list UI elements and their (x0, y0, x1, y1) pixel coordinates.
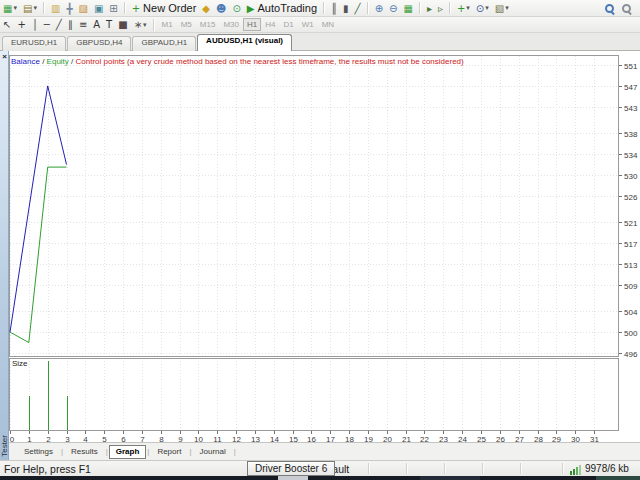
timeframe-buttons: M1M5M15M30H1H4D1W1MN (158, 17, 339, 32)
timeframe-h1-button[interactable]: H1 (243, 18, 261, 31)
connection-bars-icon (570, 465, 582, 475)
toolbar-separator (124, 2, 126, 14)
taskbar-segment (420, 476, 480, 480)
autotrading-button[interactable]: ▶AutoTrading (245, 1, 319, 16)
svg-text:513: 513 (624, 261, 638, 270)
arrows-button[interactable]: ∗▾ (132, 17, 149, 32)
tile-windows-button[interactable]: ▦ (401, 1, 414, 16)
new-order-button[interactable]: +New Order (130, 1, 199, 16)
navigator-button[interactable]: ▨ (76, 1, 89, 16)
tab-divider: | (189, 447, 191, 456)
toolbar-group: ║▮╱ (328, 1, 364, 16)
series-equity (10, 167, 67, 342)
templates-button[interactable]: ▧▾ (493, 1, 511, 16)
timeframe-m30-button[interactable]: M30 (219, 18, 243, 31)
data-rate-text: 9978/6 kb (585, 462, 629, 475)
legend-balance-label: Balance (11, 57, 40, 66)
profiles-button[interactable]: ▤▾ (21, 1, 39, 16)
axis-labels: 5515475435385345305265215175135095045004… (10, 62, 638, 445)
fibonacci-button[interactable]: ≡ (77, 17, 89, 32)
svg-text:551: 551 (624, 62, 638, 71)
trendline-button[interactable]: ╱ (54, 17, 64, 32)
tester-tab-journal[interactable]: Journal (192, 445, 232, 459)
cursor-icon: ↖ (3, 18, 11, 31)
zoom-in-icon: ⊕ (375, 2, 383, 15)
text-label-button[interactable]: T (104, 17, 114, 32)
series-balance (10, 86, 67, 332)
community-search-button[interactable] (619, 1, 634, 16)
globe-button[interactable]: ⊙ (230, 1, 242, 16)
taskbar-sliver (0, 476, 640, 480)
auto-scroll-icon: ▸ (427, 2, 432, 15)
fibonacci-icon: ≡ (79, 18, 87, 31)
drawing-toolbar: ↖+│─╱∥≡AT■∗▾ M1M5M15M30H1H4D1W1MN (0, 17, 640, 33)
tester-tab-report[interactable]: Report (150, 445, 188, 459)
timeframe-m5-button[interactable]: M5 (177, 18, 196, 31)
bar-chart-icon: ║ (331, 2, 337, 15)
connection-bar (573, 469, 575, 475)
metaeditor-button[interactable]: ◆ (200, 1, 212, 16)
chart-tab-eurusd[interactable]: EURUSD,H1 (2, 36, 66, 51)
chart-tab-gbpusd[interactable]: GBPUSD,H4 (67, 36, 131, 51)
zoom-in-button[interactable]: ⊕ (373, 1, 385, 16)
driver-booster-button[interactable]: Driver Booster 6 (247, 461, 335, 476)
templates-icon: ▧ (495, 2, 504, 15)
svg-text:496: 496 (624, 350, 638, 359)
bar-chart-button[interactable]: ║ (329, 1, 339, 16)
svg-text:534: 534 (624, 151, 638, 160)
chart-legend: Balance / Equity / Control points (a ver… (11, 57, 464, 66)
terminal-button[interactable]: ▣ (92, 1, 105, 16)
tab-divider: | (61, 447, 63, 456)
svg-text:526: 526 (624, 193, 638, 202)
toolbar-separator (43, 2, 45, 14)
close-icon[interactable]: × (0, 52, 9, 61)
indicators-icon: + (457, 2, 465, 15)
timeframe-d1-button[interactable]: D1 (279, 18, 297, 31)
horizontal-line-button[interactable]: ─ (42, 17, 52, 32)
search-button[interactable] (602, 1, 617, 16)
vertical-line-button[interactable]: │ (30, 17, 40, 32)
drawing-tools: ↖+│─╱∥≡AT■∗▾ (0, 17, 150, 32)
chart-shift-button[interactable]: ▹ (436, 1, 445, 16)
tester-tab-results[interactable]: Results (64, 445, 105, 459)
shapes-button[interactable]: ■ (116, 17, 129, 32)
legend-note: Control points (a very crude method base… (76, 57, 464, 66)
chart-tab-gbpaud[interactable]: GBPAUD,H1 (132, 36, 196, 51)
indicators-button[interactable]: +▾ (455, 1, 472, 16)
standard-toolbar-groups: ▦▾▤▾▥╋▨▣⊞+New Order◆☻⊙▶AutoTrading║▮╱⊕⊖▦… (0, 0, 512, 16)
mt4-window: ▦▾▤▾▥╋▨▣⊞+New Order◆☻⊙▶AutoTrading║▮╱⊕⊖▦… (0, 0, 640, 480)
horizontal-line-icon: ─ (44, 18, 50, 31)
vertical-line-icon: │ (32, 18, 38, 31)
timeframe-w1-button[interactable]: W1 (298, 18, 318, 31)
strategy-tester-button[interactable]: ⊞ (107, 1, 119, 16)
timeframe-m1-button[interactable]: M1 (158, 18, 177, 31)
line-chart-button[interactable]: ╱ (353, 1, 363, 16)
tester-tab-graph[interactable]: Graph (109, 445, 147, 459)
tab-divider: | (106, 447, 108, 456)
timeframe-m15-button[interactable]: M15 (196, 18, 220, 31)
text-button[interactable]: A (91, 17, 102, 32)
connection-bar (576, 467, 578, 475)
grid-lines (10, 56, 618, 430)
chevron-down-icon: ▾ (13, 4, 17, 12)
chart-tab-audusd[interactable]: AUDUSD,H1 (visual) (197, 34, 292, 51)
periods-button[interactable]: ⊙▾ (474, 1, 491, 16)
timeframe-mn-button[interactable]: MN (318, 18, 338, 31)
legend-separator: / (69, 57, 76, 66)
timeframe-h4-button[interactable]: H4 (261, 18, 279, 31)
data-window-icon: ╋ (66, 2, 72, 15)
svg-text:530: 530 (624, 172, 638, 181)
equidistant-channel-button[interactable]: ∥ (66, 17, 75, 32)
new-chart-button[interactable]: ▦▾ (1, 1, 19, 16)
mql5-community-button[interactable]: ☻ (214, 1, 228, 16)
crosshair-button[interactable]: + (15, 17, 27, 32)
market-watch-button[interactable]: ▥ (49, 1, 62, 16)
zoom-out-button[interactable]: ⊖ (387, 1, 399, 16)
data-window-button[interactable]: ╋ (64, 1, 74, 16)
auto-scroll-button[interactable]: ▸ (425, 1, 434, 16)
candlestick-chart-button[interactable]: ▮ (341, 1, 351, 16)
cursor-button[interactable]: ↖ (1, 17, 13, 32)
equidistant-channel-icon: ∥ (68, 18, 73, 31)
text-label-icon: T (106, 18, 112, 31)
tester-tab-settings[interactable]: Settings (17, 445, 60, 459)
